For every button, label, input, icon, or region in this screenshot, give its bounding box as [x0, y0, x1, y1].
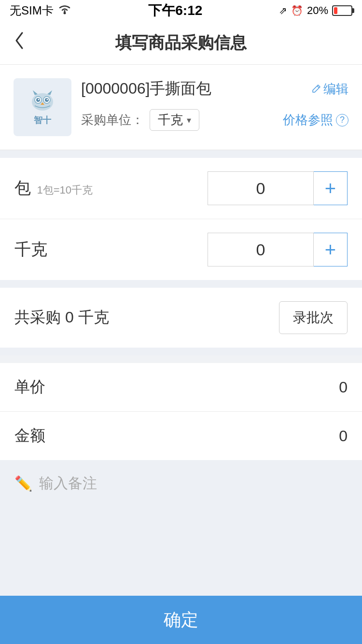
battery-percent: 20% [307, 4, 328, 17]
status-bar: 无SIM卡 下午6:12 ⇗ ⏰ 20% [0, 0, 362, 21]
bag-quantity-input[interactable] [208, 171, 314, 205]
battery-icon [332, 5, 352, 16]
status-time: 下午6:12 [148, 1, 202, 20]
quantity-section: 包 1包=10千克 + 千克 + [0, 158, 362, 280]
product-image-inner: 智十 [28, 88, 57, 126]
price-section: 单价 0 金额 0 [0, 363, 362, 460]
price-ref-button[interactable]: 价格参照 ? [283, 112, 348, 128]
pencil-icon: ✏️ [14, 475, 32, 492]
svg-marker-3 [47, 90, 52, 95]
svg-marker-2 [33, 90, 38, 95]
page-title: 填写商品采购信息 [115, 32, 247, 54]
amount-value: 0 [339, 427, 348, 445]
location-icon: ⇗ [279, 5, 287, 16]
quantity-label-kg: 千克 [14, 238, 47, 261]
edit-label: 编辑 [323, 81, 348, 98]
unit-value: 千克 [158, 112, 183, 128]
unit-price-value: 0 [339, 378, 348, 396]
quantity-label-bag: 包 1包=10千克 [14, 177, 93, 199]
kg-quantity-input[interactable] [208, 233, 314, 266]
section-divider-1 [0, 150, 362, 158]
bag-input-group: + [208, 171, 348, 205]
unit-row: 采购单位： 千克 ▾ 价格参照 ? [81, 109, 348, 131]
quantity-row-kg: 千克 + [0, 219, 362, 280]
kg-plus-button[interactable]: + [314, 233, 348, 266]
owl-logo-icon [28, 88, 57, 112]
chevron-down-icon: ▾ [187, 115, 191, 126]
edit-button[interactable]: 编辑 [311, 81, 348, 98]
product-image: 智十 [14, 78, 71, 136]
confirm-button[interactable]: 确定 [0, 596, 362, 644]
product-info: [0000006]手撕面包 编辑 采购单位： 千克 ▾ 价格参照 ? [81, 78, 348, 131]
notes-section[interactable]: ✏️ 输入备注 [0, 460, 362, 507]
total-label: 共采购 0 千克 [14, 307, 109, 328]
quantity-row-bag: 包 1包=10千克 + [0, 158, 362, 219]
status-left: 无SIM卡 [10, 3, 72, 18]
amount-label: 金额 [14, 425, 45, 447]
bag-plus-button[interactable]: + [314, 171, 348, 205]
total-row: 共采购 0 千克 录批次 [0, 288, 362, 348]
back-button[interactable] [14, 31, 25, 55]
wifi-icon [57, 4, 72, 17]
nav-bar: 填写商品采购信息 [0, 21, 362, 65]
bag-label: 包 [14, 179, 31, 197]
svg-point-8 [38, 99, 40, 100]
record-batch-button[interactable]: 录批次 [279, 301, 348, 334]
section-divider-2 [0, 280, 362, 288]
product-card: 智十 [0000006]手撕面包 编辑 采购单位： 千克 ▾ [0, 65, 362, 150]
unit-price-row: 单价 0 [0, 363, 362, 412]
bag-sublabel: 1包=10千克 [37, 184, 93, 196]
unit-select[interactable]: 千克 ▾ [150, 109, 199, 131]
amount-row: 金额 0 [0, 412, 362, 460]
brand-text: 智十 [34, 114, 51, 126]
kg-label: 千克 [14, 240, 47, 258]
notes-placeholder: 输入备注 [39, 474, 97, 493]
help-icon: ? [336, 114, 348, 126]
alarm-icon: ⏰ [291, 5, 303, 16]
status-right: ⇗ ⏰ 20% [279, 4, 352, 17]
edit-icon [311, 84, 321, 94]
kg-input-group: + [208, 233, 348, 266]
section-divider-3 [0, 348, 362, 355]
product-full-name: [0000006]手撕面包 [81, 78, 211, 99]
unit-price-label: 单价 [14, 377, 45, 398]
svg-line-11 [317, 86, 319, 88]
svg-point-0 [63, 12, 66, 14]
svg-point-9 [47, 99, 48, 100]
carrier-text: 无SIM卡 [10, 3, 54, 18]
unit-label: 采购单位： [81, 112, 144, 128]
product-name-row: [0000006]手撕面包 编辑 [81, 78, 348, 99]
confirm-label: 确定 [164, 608, 198, 632]
price-ref-label: 价格参照 [283, 112, 333, 128]
